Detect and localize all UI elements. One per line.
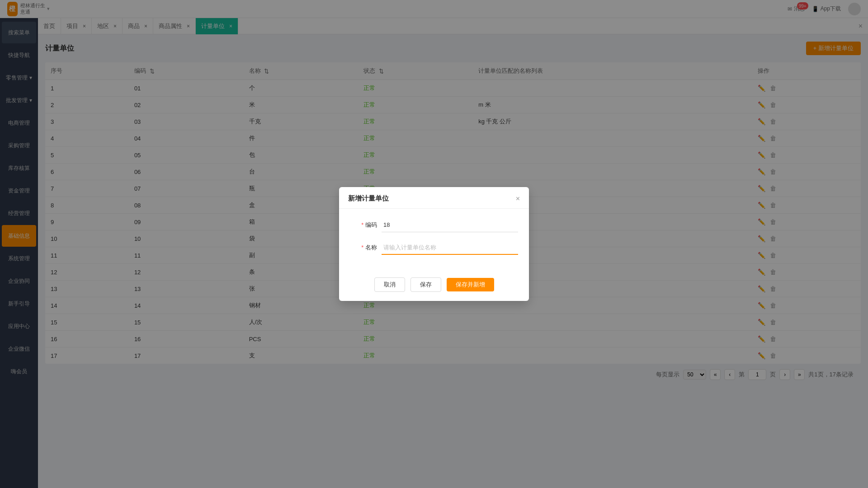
- form-row-code: 编码: [350, 218, 518, 232]
- code-input[interactable]: [382, 218, 518, 232]
- form-label-code: 编码: [350, 221, 377, 229]
- save-button[interactable]: 保存: [410, 277, 441, 292]
- add-unit-modal: 新增计量单位 × 编码 名称 取消 保存 保存并新增: [339, 187, 529, 301]
- form-row-name: 名称: [350, 240, 518, 255]
- modal-close-button[interactable]: ×: [516, 195, 520, 203]
- save-and-add-button[interactable]: 保存并新增: [447, 278, 494, 291]
- cancel-button[interactable]: 取消: [374, 277, 405, 292]
- modal-footer: 取消 保存 保存并新增: [339, 272, 529, 301]
- modal-overlay[interactable]: 新增计量单位 × 编码 名称 取消 保存 保存并新增: [0, 0, 868, 488]
- modal-title: 新增计量单位: [348, 194, 389, 203]
- form-label-name: 名称: [350, 244, 377, 252]
- name-input[interactable]: [382, 240, 518, 255]
- modal-body: 编码 名称: [339, 209, 529, 272]
- modal-header: 新增计量单位 ×: [339, 187, 529, 209]
